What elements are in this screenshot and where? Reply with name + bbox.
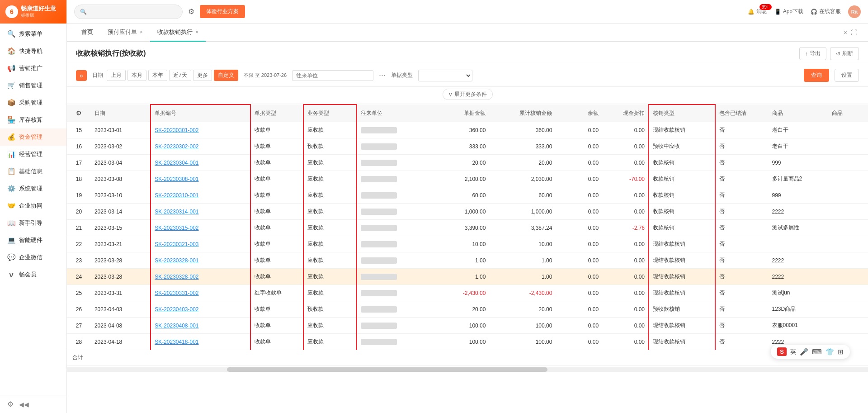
row-coretype: 现结收款核销 — [649, 122, 715, 138]
row-discount: 0.00 — [602, 236, 649, 252]
user-avatar[interactable]: Rit — [848, 5, 861, 18]
more-filter-dots[interactable]: ··· — [379, 71, 386, 80]
notification-area[interactable]: 🔔 消息 99+ — [748, 8, 767, 15]
row-no: 27 — [67, 318, 91, 334]
tab-receipt-verify-close-icon[interactable]: × — [195, 29, 198, 35]
table-row[interactable]: 19 2023-03-10 SK-20230310-001 收款单 应收款 XX… — [67, 187, 868, 204]
sougou-keyboard-icon[interactable]: ⌨ — [812, 348, 822, 356]
row-docno: SK-20230308-001 — [151, 171, 250, 187]
table-row[interactable]: 20 2023-03-14 SK-20230314-001 收款单 应收款 XX… — [67, 204, 868, 220]
sidebar-item-purchase[interactable]: 📦 采购管理 — [0, 94, 66, 111]
column-settings-icon[interactable]: ⚙ — [76, 109, 82, 117]
sidebar-item-basic[interactable]: 📋 基础信息 — [0, 163, 66, 180]
sidebar-item-quick[interactable]: 🏠 快捷导航 — [0, 43, 66, 60]
table-row[interactable]: 18 2023-03-08 SK-20230308-001 收款单 应收款 XX… — [67, 171, 868, 187]
doc-link[interactable]: SK-20230315-002 — [155, 225, 198, 231]
tab-prepay-close-icon[interactable]: × — [140, 29, 143, 35]
basic-icon: 📋 — [7, 167, 15, 176]
date-last-month-btn[interactable]: 上月 — [107, 70, 126, 81]
sougou-grid-icon[interactable]: ⊞ — [838, 348, 844, 356]
row-include: 否 — [715, 155, 769, 171]
tab-prepay[interactable]: 预付应付单 × — [100, 24, 150, 42]
row-no: 26 — [67, 301, 91, 318]
window-close-icon[interactable]: × — [844, 29, 847, 36]
sidebar-item-inventory[interactable]: 🏪 库存核算 — [0, 111, 66, 128]
horizontal-scrollbar[interactable] — [67, 367, 868, 372]
sougou-skin-icon[interactable]: 👕 — [826, 348, 834, 356]
doc-link[interactable]: SK-20230304-001 — [155, 160, 198, 166]
row-balance: 0.00 — [556, 204, 602, 220]
scrollbar-thumb[interactable] — [227, 367, 547, 372]
doc-link[interactable]: SK-20230408-001 — [155, 323, 198, 329]
doc-link[interactable]: SK-20230403-002 — [155, 306, 198, 313]
expand-filter-button[interactable]: ∨ 展开更多条件 — [443, 89, 493, 100]
sidebar-item-corp[interactable]: 🤝 企业协同 — [0, 197, 66, 214]
sidebar-item-guide[interactable]: 📖 新手引导 — [0, 214, 66, 232]
doc-link[interactable]: SK-20230321-003 — [155, 241, 198, 247]
table-row[interactable]: 15 2023-03-01 SK-20230301-002 收款单 应收款 XX… — [67, 122, 868, 138]
table-row[interactable]: 23 2023-03-28 SK-20230328-001 收款单 应收款 XX… — [67, 252, 868, 269]
sidebar-item-finance[interactable]: 💰 资金管理 — [0, 128, 66, 146]
row-cumamt: 1,000.00 — [489, 204, 556, 220]
doc-link[interactable]: SK-20230308-001 — [155, 176, 198, 182]
sidebar-item-sales[interactable]: 🛒 销售管理 — [0, 77, 66, 94]
table-row[interactable]: 28 2023-04-18 SK-20230418-001 收款单 应收款 XX… — [67, 334, 868, 350]
date-more-btn[interactable]: 更多 — [193, 70, 212, 81]
sidebar-item-member[interactable]: V 畅会员 — [0, 266, 66, 283]
export-icon: ↑ — [805, 51, 808, 57]
sidebar-item-hardware[interactable]: 💻 智能硬件 — [0, 232, 66, 249]
doc-link[interactable]: SK-20230328-001 — [155, 257, 198, 264]
doc-type-select[interactable] — [418, 70, 472, 81]
window-expand-icon[interactable]: ⛶ — [851, 29, 857, 36]
row-partner: XXXXXXXXXX — [357, 138, 430, 155]
doc-link[interactable]: SK-20230331-002 — [155, 290, 198, 296]
row-goods: 老白干 — [769, 122, 828, 138]
filter-toggle-button[interactable]: » — [76, 70, 87, 81]
doc-link[interactable]: SK-20230302-002 — [155, 143, 198, 150]
sougou-text-icon[interactable]: 英 — [790, 348, 796, 356]
date-this-year-btn[interactable]: 本年 — [148, 70, 167, 81]
doc-link[interactable]: SK-20230310-001 — [155, 192, 198, 199]
table-row[interactable]: 25 2023-03-31 SK-20230331-002 红字收款单 应收款 … — [67, 285, 868, 301]
setting-button[interactable]: 设置 — [835, 69, 859, 82]
date-this-month-btn[interactable]: 本月 — [127, 70, 146, 81]
row-balance: 0.00 — [556, 269, 602, 285]
sidebar-item-operation[interactable]: 📊 经营管理 — [0, 146, 66, 163]
app-download-area[interactable]: 📱 App下载 — [774, 8, 803, 15]
data-table-container[interactable]: ⚙ 日期 单据编号 单据类型 业务类型 往来单位 单据金额 累计核销金额 余额 … — [67, 104, 868, 413]
footer-settings-icon[interactable]: ⚙ — [7, 400, 14, 408]
refresh-button[interactable]: ↺ 刷新 — [830, 47, 859, 60]
row-doctype: 收款单 — [250, 334, 304, 350]
doc-link[interactable]: SK-20230314-001 — [155, 209, 198, 215]
sidebar-item-label: 库存核算 — [19, 116, 42, 124]
topbar-search-box[interactable]: 🔍 — [74, 5, 183, 19]
export-button[interactable]: ↑ 导出 — [799, 47, 826, 60]
online-service-area[interactable]: 🎧 在线客服 — [811, 8, 841, 15]
doc-link[interactable]: SK-20230418-001 — [155, 339, 198, 345]
query-button[interactable]: 查询 — [804, 69, 829, 82]
doc-link[interactable]: SK-20230328-002 — [155, 274, 198, 280]
sidebar-item-wechat[interactable]: 💬 企业微信 — [0, 249, 66, 266]
tab-home[interactable]: 首页 — [74, 24, 100, 42]
table-row[interactable]: 27 2023-04-08 SK-20230408-001 收款单 应收款 XX… — [67, 318, 868, 334]
date-7days-btn[interactable]: 近7天 — [169, 70, 191, 81]
date-custom-btn[interactable]: 自定义 — [214, 70, 238, 81]
doc-link[interactable]: SK-20230301-002 — [155, 127, 198, 133]
col-header-settings[interactable]: ⚙ — [67, 104, 91, 122]
sougou-mic-icon[interactable]: 🎤 — [800, 348, 808, 356]
table-row[interactable]: 21 2023-03-15 SK-20230315-002 收款单 应收款 XX… — [67, 220, 868, 236]
industry-solution-button[interactable]: 体验行业方案 — [200, 5, 245, 18]
sidebar-item-search[interactable]: 🔍 搜索菜单 — [0, 25, 66, 43]
table-row[interactable]: 16 2023-03-02 SK-20230302-002 收款单 预收款 XX… — [67, 138, 868, 155]
partner-input[interactable] — [292, 70, 373, 81]
sidebar-item-label: 畅会员 — [19, 271, 37, 279]
settings-gear-icon[interactable]: ⚙ — [188, 7, 194, 16]
sidebar-item-system[interactable]: ⚙️ 系统管理 — [0, 180, 66, 197]
sidebar-item-marketing[interactable]: 📢 营销推广 — [0, 60, 66, 77]
table-row[interactable]: 17 2023-03-04 SK-20230304-001 收款单 应收款 XX… — [67, 155, 868, 171]
table-row[interactable]: 26 2023-04-03 SK-20230403-002 收款单 预收款 XX… — [67, 301, 868, 318]
table-row[interactable]: 22 2023-03-21 SK-20230321-003 收款单 应收款 XX… — [67, 236, 868, 252]
footer-collapse-icon[interactable]: ◀◀ — [19, 401, 29, 408]
table-row[interactable]: 24 2023-03-28 SK-20230328-002 收款单 应收款 XX… — [67, 269, 868, 285]
tab-receipt-verify[interactable]: 收款核销执行 × — [150, 24, 206, 42]
